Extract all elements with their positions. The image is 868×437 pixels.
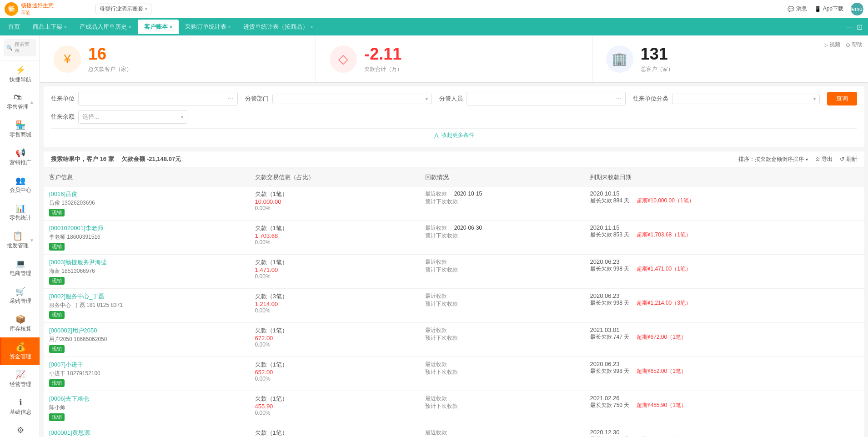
sidebar-item-retail-mgmt[interactable]: 🛍 零售管理 ▲ [0, 88, 40, 116]
sidebar-item-capital[interactable]: 💰 资金管理 [0, 337, 40, 365]
customer-badge-0: 现销 [49, 209, 65, 216]
manager-label: 分管人员 [439, 95, 463, 103]
collapse-btn[interactable]: ⋀ 收起更多条件 [51, 128, 857, 142]
overdue-info-1: 最长欠款 853 天 超期¥1,703.68（1笔） [590, 231, 859, 239]
sidebar-item-marketing[interactable]: 📢 营销推广 [0, 143, 40, 171]
customer-name-3[interactable]: [0002]服务中心_丁磊 [49, 292, 244, 301]
customer-name-1[interactable]: [0001020001]李老师 [49, 224, 244, 232]
debt-amount-2[interactable]: 1,471.00 [255, 266, 415, 273]
query-button[interactable]: 查询 [827, 92, 857, 105]
debt-amount-3[interactable]: 1,214.00 [255, 301, 415, 307]
minimize-icon[interactable]: — [846, 23, 853, 31]
tab-customer-account[interactable]: 客户账本 × [138, 20, 179, 34]
overdue-link-2[interactable]: 超期¥1,471.00（1笔） [637, 266, 691, 272]
help-btn[interactable]: ⊙ 帮助 [846, 41, 863, 49]
sidebar-item-batch-mgmt[interactable]: 📋 批发管理 ▼ [0, 226, 40, 254]
due-date-2: 2020.06.23 [590, 258, 859, 265]
close-icon[interactable]: × [64, 25, 67, 30]
message-btn[interactable]: 💬 消息 [788, 5, 807, 13]
tab-prod-history[interactable]: 产成品入库单历史 × [73, 20, 138, 34]
video-btn[interactable]: ▷ 视频 [824, 41, 840, 49]
sidebar-item-retail-store[interactable]: 🏪 零售商城 [0, 116, 40, 143]
debt-amount-6[interactable]: 455.90 [255, 403, 415, 410]
sidebar-item-retail-store-label: 零售商城 [4, 131, 37, 139]
sidebar-search[interactable]: 🔍 搜索菜单 [0, 35, 40, 60]
customer-phone-1: 李老师 18600391516 [49, 233, 244, 241]
sidebar-item-quick-nav[interactable]: ⚡ 快捷导航 [0, 60, 40, 88]
sidebar-item-members[interactable]: 👥 会员中心 [0, 171, 40, 199]
sidebar-item-operations[interactable]: 📈 经营管理 [0, 365, 40, 393]
tab-products-off[interactable]: 商品上下架 × [26, 20, 73, 34]
due-date-6: 2021.02.26 [590, 395, 859, 402]
close-icon[interactable]: × [170, 25, 172, 30]
top-bar: 畅 畅捷通好生意 示范 母婴行业演示账套 ▾ 💬 消息 📱 App下载 demo… [0, 0, 868, 18]
avatar[interactable]: demo2 [851, 3, 863, 15]
th-debt-info: 欠款交易信息（占比） [250, 169, 420, 186]
tab-purchase-order[interactable]: 采购订单统计表 × [179, 20, 237, 34]
td-debt-5: 欠款（1笔） 652.00 0.00% [250, 357, 420, 391]
customer-name-2[interactable]: [0003]畅捷服务尹海蓝 [49, 258, 244, 266]
sidebar-item-retail-stats[interactable]: 📊 零售统计 [0, 199, 40, 226]
debt-count-0: 欠款（1笔） [255, 190, 415, 198]
refresh-btn[interactable]: ↺ 刷新 [840, 156, 857, 163]
overdue-link-1[interactable]: 超期¥1,703.68（1笔） [637, 231, 691, 238]
sidebar-item-basic-info[interactable]: ℹ 基础信息 [0, 393, 40, 421]
maximize-icon[interactable]: ⊡ [857, 23, 863, 31]
td-due-2: 2020.06.23 最长欠款 998 天 超期¥1,471.00（1笔） [585, 255, 864, 289]
tab-home[interactable]: 首页 [2, 20, 26, 34]
customer-phone-3: 服务中心_丁磊 181 0125 8371 [49, 301, 244, 309]
sidebar-item-batch-mgmt-label: 批发管理 [7, 242, 29, 250]
sort-btn[interactable]: 排序：按欠款金额倒序排序 ▾ [738, 156, 808, 163]
unit-category-select[interactable]: ▾ [672, 94, 820, 104]
debt-amount-5[interactable]: 652.00 [255, 369, 415, 376]
search-menu-box[interactable]: 🔍 搜索菜单 [4, 39, 36, 56]
close-icon[interactable]: × [129, 25, 131, 30]
table-row: [0003]畅捷服务尹海蓝 海蓝 18513066976 现销 欠款（1笔） 1… [44, 255, 864, 289]
td-customer-info-4: [000002]用户2050 用户2050 18665062050 现销 [44, 323, 250, 357]
app-download-btn[interactable]: 📱 App下载 [814, 5, 843, 13]
overdue-link-3[interactable]: 超期¥1,214.00（3笔） [637, 300, 691, 306]
balance-select[interactable]: 选择... ▾ [78, 110, 187, 124]
overdue-link-4[interactable]: 超期¥672.00（1笔） [637, 334, 687, 340]
debt-amount-0[interactable]: 10,000.00 [255, 198, 415, 205]
customer-badge-3: 现销 [49, 311, 65, 319]
tab-purchase-stats[interactable]: 进货单统计表（按商品） × [237, 20, 319, 34]
close-icon[interactable]: × [228, 25, 231, 30]
sidebar-item-inventory-label: 库存核算 [4, 325, 37, 333]
debt-amount-4[interactable]: 672.00 [255, 335, 415, 342]
overdue-link-0[interactable]: 超期¥10,000.00（1笔） [637, 197, 694, 204]
sidebar-item-system[interactable]: ⚙ 系统管理 [0, 421, 40, 437]
company-select[interactable]: 母婴行业演示账套 ▾ [95, 4, 151, 14]
overdue-link-5[interactable]: 超期¥652.00（1笔） [637, 368, 687, 374]
card-debt-icon: ¥ [54, 45, 81, 73]
close-icon[interactable]: × [310, 25, 313, 30]
td-customer-info-3: [0002]服务中心_丁磊 服务中心_丁磊 181 0125 8371 现销 [44, 289, 250, 323]
export-btn[interactable]: ⊙ 导出 [815, 156, 833, 163]
customer-name-5[interactable]: [0007]小进干 [49, 361, 244, 369]
td-debt-1: 欠款（1笔） 1,703.68 0.00% [250, 221, 420, 255]
from-unit-input[interactable]: ··· [78, 92, 238, 105]
collection-info-5: 最近收款 [425, 361, 579, 368]
customer-name-6[interactable]: [0006]去下粮仓 [49, 395, 244, 403]
debt-ratio-6: 0.00% [255, 410, 415, 416]
collection-info-2: 最近收款 [425, 258, 579, 266]
td-customer-info-7: [000001]黄思源 黄思源 13552700226 现销 [44, 425, 250, 437]
batch-mgmt-icon: 📋 [7, 231, 29, 241]
debt-amount-1[interactable]: 1,703.68 [255, 232, 415, 239]
overdue-link-6[interactable]: 超期¥455.90（1笔） [637, 402, 687, 408]
sidebar-item-marketing-label: 营销推广 [4, 159, 37, 166]
customer-name-4[interactable]: [000002]用户2050 [49, 326, 244, 335]
data-table-wrapper: 客户信息 欠款交易信息（占比） 回款情况 到期未收款日期 [0016]吕俊 吕俊… [44, 169, 864, 437]
th-due-date: 到期未收款日期 [585, 169, 864, 186]
sidebar-item-inventory[interactable]: 📦 库存核算 [0, 310, 40, 337]
purchase-icon: 🛒 [4, 286, 37, 296]
tabs-end: — ⊡ [846, 23, 866, 31]
filter-unit-category: 往来单位分类 ▾ [633, 94, 820, 104]
dept-select[interactable]: ▾ [272, 94, 432, 104]
td-collection-4: 最近收款 预计下次收款 [420, 323, 584, 357]
manager-input[interactable]: ··· [467, 92, 626, 105]
sidebar-item-ecommerce[interactable]: 💻 电商管理 [0, 254, 40, 282]
sidebar-item-purchase[interactable]: 🛒 采购管理 [0, 282, 40, 310]
customer-name-0[interactable]: [0016]吕俊 [49, 190, 244, 198]
customer-name-7[interactable]: [000001]黄思源 [49, 429, 244, 437]
